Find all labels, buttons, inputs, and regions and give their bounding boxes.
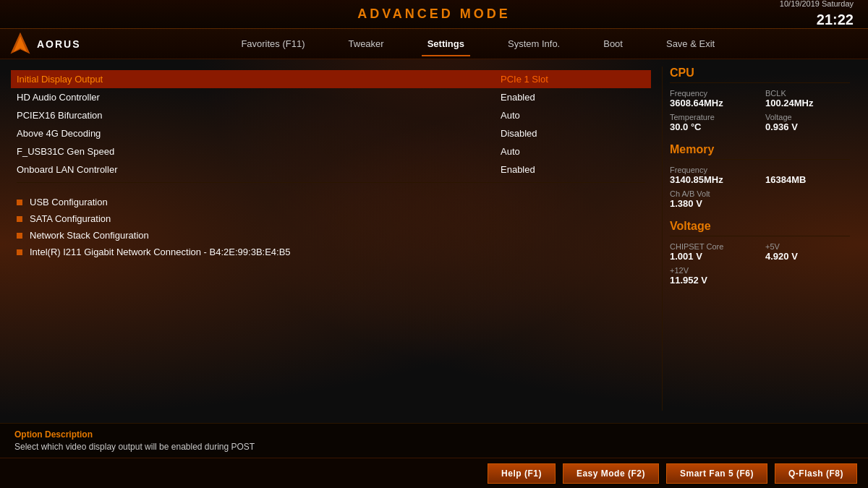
nav-sysinfo[interactable]: System Info. — [486, 33, 582, 55]
cpu-bclk-label: BCLK — [765, 89, 850, 98]
mem-freq-value: 3140.85MHz — [670, 174, 754, 185]
setting-value-above4g: Disabled — [501, 128, 645, 139]
qflash-button[interactable]: Q-Flash (F8) — [775, 463, 857, 484]
date-display: 10/19/2019 Saturday — [780, 0, 854, 9]
help-button[interactable]: Help (F1) — [488, 463, 556, 484]
navbar: AORUS Favorites (F11) Tweaker Settings S… — [0, 29, 868, 59]
plus12v-group: +12V 11.952 V — [670, 266, 754, 286]
memory-info-grid: Frequency 3140.85MHz 16384MB Ch A/B Volt… — [670, 166, 850, 209]
cpu-volt-value: 0.936 V — [765, 121, 850, 132]
settings-row-bifurcation[interactable]: PCIEX16 Bifurcation Auto — [11, 106, 651, 124]
cpu-title: CPU — [670, 67, 850, 83]
bullet-sata-config — [17, 216, 22, 222]
section-network-stack[interactable]: Network Stack Configuration — [11, 227, 651, 244]
mem-size-label — [765, 166, 850, 174]
left-panel: Initial Display Output PCIe 1 Slot HD Au… — [11, 67, 651, 411]
option-description-text: Select which video display output will b… — [14, 442, 854, 452]
settings-divider — [17, 182, 645, 183]
cpu-section: CPU Frequency 3608.64MHz BCLK 100.24MHz … — [670, 67, 850, 132]
chipset-volt-value: 1.001 V — [670, 251, 754, 262]
easymode-button[interactable]: Easy Mode (F2) — [563, 463, 659, 484]
cpu-temp-group: Temperature 30.0 °C — [670, 113, 754, 132]
cpu-temp-label: Temperature — [670, 113, 754, 121]
memory-section: Memory Frequency 3140.85MHz 16384MB Ch A… — [670, 143, 850, 209]
setting-name-usb31c: F_USB31C Gen Speed — [17, 146, 501, 157]
cpu-volt-label: Voltage — [765, 113, 850, 121]
nav-settings[interactable]: Settings — [406, 33, 486, 55]
cpu-freq-group: Frequency 3608.64MHz — [670, 89, 754, 108]
plus12v-label: +12V — [670, 266, 754, 275]
setting-name-bifurcation: PCIEX16 Bifurcation — [17, 110, 501, 121]
cpu-volt-group: Voltage 0.936 V — [765, 113, 850, 132]
settings-table: Initial Display Output PCIe 1 Slot HD Au… — [11, 70, 651, 179]
chipset-volt-group: CHIPSET Core 1.001 V — [670, 242, 754, 262]
chipset-volt-label: CHIPSET Core — [670, 242, 754, 251]
setting-value-initial-display: PCIe 1 Slot — [501, 74, 645, 85]
logo-text: AORUS — [37, 38, 81, 50]
memory-title: Memory — [670, 143, 850, 160]
setting-name-onboard-lan: Onboard LAN Controller — [17, 164, 501, 175]
settings-row-initial-display[interactable]: Initial Display Output PCIe 1 Slot — [11, 70, 651, 88]
section-sata-config[interactable]: SATA Configuration — [11, 210, 651, 227]
mem-freq-label: Frequency — [670, 166, 754, 174]
nav-items: Favorites (F11) Tweaker Settings System … — [95, 33, 861, 55]
section-label-usb-config: USB Configuration — [30, 197, 108, 207]
aorus-logo-icon — [7, 31, 33, 57]
setting-name-above4g: Above 4G Decoding — [17, 128, 501, 139]
main-content: Initial Display Output PCIe 1 Slot HD Au… — [0, 59, 868, 418]
setting-value-bifurcation: Auto — [501, 110, 645, 121]
mem-chab-group: Ch A/B Volt 1.380 V — [670, 189, 754, 209]
cpu-freq-label: Frequency — [670, 89, 754, 98]
nav-favorites[interactable]: Favorites (F11) — [219, 33, 326, 55]
nav-tweaker[interactable]: Tweaker — [327, 33, 406, 55]
option-description-title: Option Description — [14, 429, 854, 440]
voltage-section: Voltage CHIPSET Core 1.001 V +5V 4.920 V… — [670, 220, 850, 286]
smartfan-button[interactable]: Smart Fan 5 (F6) — [666, 463, 767, 484]
bottom-bar: Help (F1) Easy Mode (F2) Smart Fan 5 (F6… — [0, 458, 868, 488]
setting-name-hd-audio: HD Audio Controller — [17, 92, 501, 103]
bullet-intel-nic — [17, 249, 22, 255]
bullet-network-stack — [17, 233, 22, 239]
header: ADVANCED MODE 10/19/2019 Saturday 21:22 — [0, 0, 868, 29]
section-intel-nic[interactable]: Intel(R) I211 Gigabit Network Connection… — [11, 244, 651, 260]
plus5v-value: 4.920 V — [765, 251, 850, 262]
time-display: 21:22 — [780, 9, 854, 30]
setting-value-hd-audio: Enabled — [501, 92, 645, 103]
plus5v-label: +5V — [765, 242, 850, 251]
cpu-bclk-group: BCLK 100.24MHz — [765, 89, 850, 108]
settings-row-onboard-lan[interactable]: Onboard LAN Controller Enabled — [11, 160, 651, 179]
section-label-sata-config: SATA Configuration — [30, 213, 111, 224]
option-description-area: Option Description Select which video di… — [0, 423, 868, 458]
plus12v-value: 11.952 V — [670, 275, 754, 286]
settings-row-hd-audio[interactable]: HD Audio Controller Enabled — [11, 88, 651, 106]
nav-saveexit[interactable]: Save & Exit — [644, 33, 736, 55]
mem-freq-group: Frequency 3140.85MHz — [670, 166, 754, 185]
cpu-info-grid: Frequency 3608.64MHz BCLK 100.24MHz Temp… — [670, 89, 850, 132]
section-usb-config[interactable]: USB Configuration — [11, 194, 651, 210]
page-title: ADVANCED MODE — [357, 7, 511, 22]
section-label-network-stack: Network Stack Configuration — [30, 230, 149, 241]
mem-chab-label: Ch A/B Volt — [670, 189, 754, 198]
setting-value-onboard-lan: Enabled — [501, 164, 645, 175]
right-panel: CPU Frequency 3608.64MHz BCLK 100.24MHz … — [662, 67, 857, 411]
cpu-temp-value: 30.0 °C — [670, 121, 754, 132]
cpu-freq-value: 3608.64MHz — [670, 98, 754, 108]
setting-name-initial-display: Initial Display Output — [17, 74, 501, 85]
voltage-info-grid: CHIPSET Core 1.001 V +5V 4.920 V +12V 11… — [670, 242, 850, 286]
logo-area: AORUS — [7, 31, 81, 57]
datetime-display: 10/19/2019 Saturday 21:22 — [780, 0, 854, 30]
mem-size-group: 16384MB — [765, 166, 850, 185]
setting-value-usb31c: Auto — [501, 146, 645, 157]
mem-chab-value: 1.380 V — [670, 198, 754, 209]
settings-row-usb31c[interactable]: F_USB31C Gen Speed Auto — [11, 142, 651, 160]
section-label-intel-nic: Intel(R) I211 Gigabit Network Connection… — [30, 247, 291, 257]
nav-boot[interactable]: Boot — [582, 33, 644, 55]
settings-row-above4g[interactable]: Above 4G Decoding Disabled — [11, 124, 651, 142]
plus5v-group: +5V 4.920 V — [765, 242, 850, 262]
section-items: USB Configuration SATA Configuration Net… — [11, 194, 651, 260]
voltage-title: Voltage — [670, 220, 850, 236]
bullet-usb-config — [17, 200, 22, 205]
cpu-bclk-value: 100.24MHz — [765, 98, 850, 108]
mem-size-value: 16384MB — [765, 174, 850, 185]
